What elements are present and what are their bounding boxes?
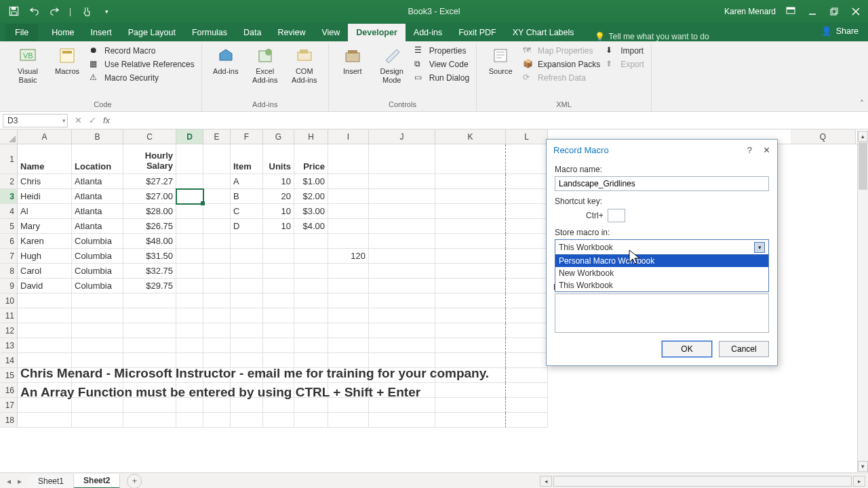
cell[interactable] — [369, 249, 435, 264]
cell[interactable] — [369, 398, 435, 413]
fx-icon[interactable]: fx — [103, 115, 110, 125]
cell[interactable] — [231, 323, 263, 338]
cell[interactable] — [328, 219, 369, 234]
cell[interactable] — [328, 204, 369, 219]
cell[interactable] — [328, 174, 369, 189]
cell[interactable] — [435, 144, 506, 174]
cell[interactable] — [123, 323, 176, 338]
redo-icon[interactable] — [49, 6, 60, 17]
cell[interactable] — [72, 398, 123, 413]
cell[interactable]: Item — [231, 144, 263, 174]
cell[interactable] — [435, 279, 506, 293]
export-button[interactable]: ⬆Export — [606, 59, 644, 70]
cell[interactable] — [203, 219, 231, 234]
cell[interactable] — [203, 204, 231, 219]
cell[interactable] — [231, 249, 263, 264]
cell[interactable] — [18, 323, 72, 338]
undo-icon[interactable] — [28, 6, 39, 17]
cell[interactable]: $4.00 — [294, 219, 328, 234]
col-J[interactable]: J — [369, 129, 435, 144]
cell[interactable] — [435, 249, 506, 264]
cell[interactable] — [123, 308, 176, 323]
cancel-button[interactable]: Cancel — [719, 341, 769, 357]
col-I[interactable]: I — [328, 129, 369, 144]
cell[interactable] — [263, 234, 294, 249]
cell[interactable]: B — [231, 189, 263, 204]
col-A[interactable]: A — [18, 129, 72, 144]
cell[interactable]: Atlanta — [72, 204, 123, 219]
cell[interactable]: $31.50 — [123, 249, 176, 264]
cell[interactable] — [72, 308, 123, 323]
cell[interactable] — [369, 293, 435, 308]
cell[interactable]: Location — [72, 144, 123, 174]
cell[interactable] — [369, 264, 435, 279]
cell[interactable] — [506, 413, 548, 428]
row-header[interactable]: 6 — [0, 234, 18, 249]
cell[interactable] — [435, 383, 506, 398]
visual-basic-button[interactable]: VB Visual Basic — [11, 45, 45, 84]
cell[interactable] — [176, 323, 203, 338]
cell[interactable] — [176, 189, 203, 204]
cell[interactable] — [231, 338, 263, 353]
cell[interactable] — [328, 338, 369, 353]
cell[interactable] — [176, 219, 203, 234]
prev-sheet-icon[interactable]: ◂ — [7, 476, 11, 486]
cell[interactable] — [203, 293, 231, 308]
cell[interactable]: A — [231, 174, 263, 189]
cell[interactable] — [72, 323, 123, 338]
cell[interactable]: $28.00 — [123, 204, 176, 219]
cell[interactable] — [369, 204, 435, 219]
cell[interactable]: 10 — [263, 174, 294, 189]
row-header[interactable]: 2 — [0, 174, 18, 189]
col-D[interactable]: D — [176, 129, 203, 144]
col-H[interactable]: H — [294, 129, 328, 144]
ribbon-options-icon[interactable] — [784, 5, 797, 18]
row-header[interactable]: 3 — [0, 189, 18, 204]
cell[interactable]: Carol — [18, 264, 72, 279]
cell[interactable] — [176, 279, 203, 293]
option-personal[interactable]: Personal Macro Workbook — [555, 255, 768, 267]
cell[interactable] — [435, 219, 506, 234]
cell[interactable] — [263, 293, 294, 308]
option-new-workbook[interactable]: New Workbook — [555, 267, 768, 279]
cell[interactable] — [176, 204, 203, 219]
cell[interactable] — [294, 249, 328, 264]
cell[interactable] — [369, 174, 435, 189]
cell[interactable] — [506, 144, 548, 174]
cell[interactable]: 10 — [263, 204, 294, 219]
tab-insert[interactable]: Insert — [83, 24, 120, 41]
row-header[interactable]: 1 — [0, 144, 18, 174]
cell[interactable] — [294, 308, 328, 323]
cell[interactable] — [203, 279, 231, 293]
cell[interactable] — [176, 308, 203, 323]
cell[interactable] — [203, 174, 231, 189]
cell[interactable]: D — [231, 219, 263, 234]
cell[interactable] — [435, 264, 506, 279]
enter-formula-icon[interactable]: ✓ — [89, 115, 96, 125]
cell[interactable] — [18, 293, 72, 308]
cell[interactable] — [263, 249, 294, 264]
cell[interactable] — [176, 264, 203, 279]
row-header[interactable]: 14 — [0, 353, 18, 368]
cell[interactable]: $32.75 — [123, 264, 176, 279]
cell[interactable] — [328, 189, 369, 204]
cell[interactable] — [369, 144, 435, 174]
cell[interactable] — [176, 174, 203, 189]
view-code-button[interactable]: ⧉View Code — [414, 59, 469, 70]
cell[interactable] — [123, 413, 176, 428]
cell[interactable]: Price — [294, 144, 328, 174]
scroll-up-icon[interactable]: ▴ — [858, 131, 868, 142]
col-Q[interactable]: Q — [791, 129, 856, 144]
cell[interactable] — [435, 308, 506, 323]
row-header[interactable]: 16 — [0, 383, 18, 398]
cell[interactable] — [506, 249, 548, 264]
cell[interactable] — [231, 413, 263, 428]
cell[interactable] — [72, 338, 123, 353]
touch-mode-icon[interactable] — [81, 6, 92, 17]
horizontal-scrollbar[interactable]: ◂ ▸ — [540, 476, 865, 487]
cell[interactable]: Name — [18, 144, 72, 174]
refresh-data-button[interactable]: ⟳Refresh Data — [523, 73, 600, 83]
cell[interactable] — [18, 308, 72, 323]
cell[interactable] — [506, 353, 548, 368]
sheet-tab-2[interactable]: Sheet2 — [74, 474, 120, 489]
